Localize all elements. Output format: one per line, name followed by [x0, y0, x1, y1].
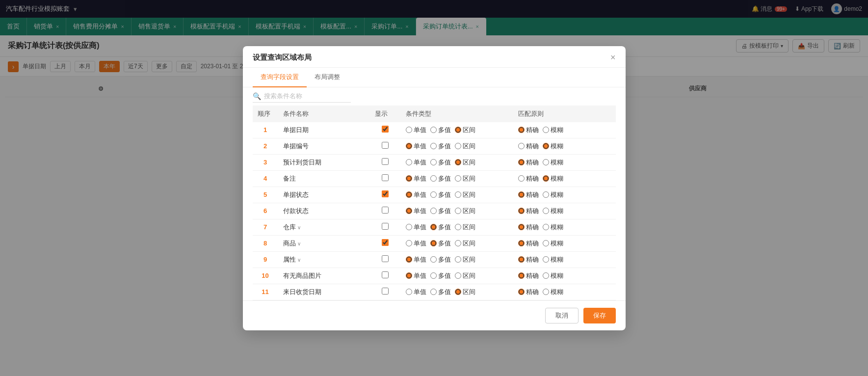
match-radio-label[interactable]: 精确: [518, 126, 539, 134]
type-radio[interactable]: [406, 272, 412, 279]
type-radio-label[interactable]: 多值: [430, 288, 451, 296]
type-radio-label[interactable]: 多值: [430, 223, 451, 232]
type-radio[interactable]: [455, 143, 461, 149]
type-radio[interactable]: [430, 191, 437, 198]
type-radio[interactable]: [406, 224, 412, 230]
match-radio[interactable]: [518, 191, 525, 198]
type-radio[interactable]: [430, 224, 437, 230]
type-radio[interactable]: [455, 191, 461, 198]
match-radio[interactable]: [518, 175, 525, 182]
type-radio[interactable]: [430, 289, 437, 295]
match-radio-label[interactable]: 精确: [518, 239, 539, 248]
match-radio[interactable]: [543, 175, 549, 182]
match-radio[interactable]: [543, 224, 549, 230]
type-radio[interactable]: [455, 272, 461, 279]
type-radio-label[interactable]: 区间: [455, 126, 475, 134]
match-radio[interactable]: [543, 159, 549, 165]
type-radio[interactable]: [455, 175, 461, 182]
match-radio-label[interactable]: 模糊: [543, 158, 563, 167]
dropdown-icon[interactable]: ∨: [297, 257, 301, 263]
type-radio[interactable]: [430, 208, 437, 214]
match-radio-label[interactable]: 精确: [518, 288, 539, 296]
type-radio[interactable]: [406, 175, 412, 182]
show-checkbox[interactable]: [382, 288, 389, 295]
match-radio[interactable]: [518, 143, 525, 149]
type-radio[interactable]: [455, 208, 461, 214]
match-radio[interactable]: [543, 208, 549, 214]
type-radio-label[interactable]: 单值: [406, 207, 426, 215]
type-radio[interactable]: [406, 256, 412, 263]
match-radio[interactable]: [543, 191, 549, 198]
type-radio-label[interactable]: 区间: [455, 239, 475, 248]
type-radio[interactable]: [406, 143, 412, 149]
type-radio[interactable]: [455, 289, 461, 295]
type-radio[interactable]: [406, 127, 412, 133]
type-radio[interactable]: [430, 272, 437, 279]
type-radio-label[interactable]: 区间: [455, 288, 475, 296]
type-radio-label[interactable]: 多值: [430, 207, 451, 215]
type-radio[interactable]: [455, 256, 461, 263]
match-radio-label[interactable]: 精确: [518, 158, 539, 167]
type-radio-label[interactable]: 单值: [406, 142, 426, 151]
dialog-close-button[interactable]: ×: [610, 53, 616, 62]
type-radio-label[interactable]: 单值: [406, 223, 426, 232]
match-radio-label[interactable]: 模糊: [543, 142, 563, 151]
show-checkbox[interactable]: [382, 174, 389, 181]
type-radio-label[interactable]: 单值: [406, 255, 426, 264]
dropdown-icon[interactable]: ∨: [297, 225, 301, 230]
type-radio-label[interactable]: 区间: [455, 190, 475, 199]
type-radio[interactable]: [455, 224, 461, 230]
type-radio[interactable]: [455, 127, 461, 133]
show-checkbox[interactable]: [382, 207, 389, 214]
type-radio[interactable]: [406, 208, 412, 214]
save-button[interactable]: 保存: [583, 308, 616, 323]
type-radio-label[interactable]: 多值: [430, 271, 451, 280]
type-radio-label[interactable]: 区间: [455, 255, 475, 264]
dropdown-icon[interactable]: ∨: [297, 241, 301, 246]
show-checkbox[interactable]: [382, 239, 389, 246]
type-radio[interactable]: [455, 240, 461, 246]
match-radio[interactable]: [518, 240, 525, 246]
match-radio-label[interactable]: 精确: [518, 207, 539, 215]
match-radio[interactable]: [543, 289, 549, 295]
show-checkbox[interactable]: [382, 142, 389, 149]
type-radio-label[interactable]: 区间: [455, 142, 475, 151]
match-radio[interactable]: [543, 240, 549, 246]
type-radio-label[interactable]: 多值: [430, 174, 451, 183]
type-radio-label[interactable]: 单值: [406, 288, 426, 296]
match-radio[interactable]: [543, 127, 549, 133]
type-radio-label[interactable]: 区间: [455, 207, 475, 215]
match-radio[interactable]: [543, 272, 549, 279]
type-radio[interactable]: [455, 159, 461, 165]
type-radio[interactable]: [406, 240, 412, 246]
type-radio[interactable]: [406, 191, 412, 198]
match-radio[interactable]: [543, 256, 549, 263]
match-radio[interactable]: [518, 224, 525, 230]
type-radio-label[interactable]: 多值: [430, 255, 451, 264]
match-radio-label[interactable]: 精确: [518, 271, 539, 280]
match-radio-label[interactable]: 精确: [518, 142, 539, 151]
match-radio[interactable]: [518, 256, 525, 263]
show-checkbox[interactable]: [382, 223, 389, 230]
show-checkbox[interactable]: [382, 255, 389, 262]
match-radio-label[interactable]: 精确: [518, 190, 539, 199]
match-radio-label[interactable]: 模糊: [543, 239, 563, 248]
match-radio[interactable]: [543, 143, 549, 149]
type-radio[interactable]: [430, 127, 437, 133]
type-radio-label[interactable]: 区间: [455, 158, 475, 167]
show-checkbox[interactable]: [382, 271, 389, 278]
type-radio-label[interactable]: 单值: [406, 190, 426, 199]
type-radio[interactable]: [430, 256, 437, 263]
match-radio[interactable]: [518, 127, 525, 133]
type-radio[interactable]: [430, 175, 437, 182]
type-radio-label[interactable]: 单值: [406, 174, 426, 183]
match-radio-label[interactable]: 模糊: [543, 255, 563, 264]
match-radio-label[interactable]: 模糊: [543, 223, 563, 232]
type-radio[interactable]: [430, 159, 437, 165]
match-radio-label[interactable]: 精确: [518, 255, 539, 264]
type-radio-label[interactable]: 区间: [455, 271, 475, 280]
type-radio-label[interactable]: 多值: [430, 239, 451, 248]
match-radio-label[interactable]: 模糊: [543, 288, 563, 296]
type-radio-label[interactable]: 单值: [406, 158, 426, 167]
type-radio-label[interactable]: 区间: [455, 174, 475, 183]
